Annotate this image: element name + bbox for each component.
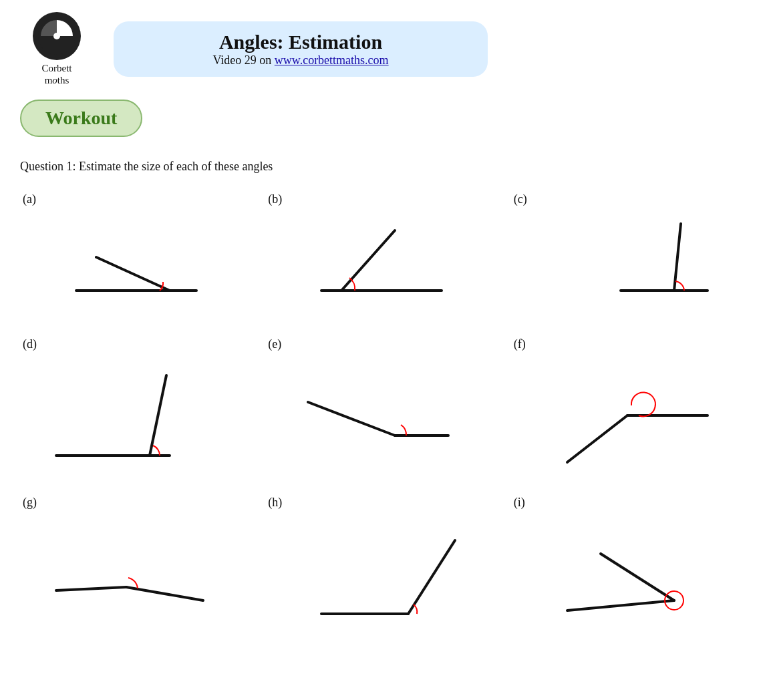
svg-line-13 xyxy=(567,415,627,462)
angle-label-c: (c) xyxy=(514,192,740,206)
page-subtitle: Video 29 on www.corbettmaths.com xyxy=(140,53,461,67)
angle-cell-f: (f) xyxy=(504,331,750,489)
angle-cell-b: (b) xyxy=(259,186,504,331)
angle-cell-d: (d) xyxy=(13,331,259,489)
title-box: Angles: Estimation Video 29 on www.corbe… xyxy=(114,21,488,77)
question-label: Question 1: Estimate the size of each of… xyxy=(20,160,743,174)
page-title: Angles: Estimation xyxy=(140,31,461,53)
svg-line-17 xyxy=(408,540,455,614)
logo-icon xyxy=(33,12,81,60)
workout-badge: Workout xyxy=(0,93,763,148)
angle-cell-i: (i) xyxy=(504,489,750,647)
angle-cell-e: (e) xyxy=(259,331,504,489)
angles-grid: (a) (b) (c) xyxy=(0,186,763,647)
angle-label-f: (f) xyxy=(514,337,740,351)
angle-cell-g: (g) xyxy=(13,489,259,647)
header: Corbettmoths Angles: Estimation Video 29… xyxy=(0,0,763,93)
svg-point-1 xyxy=(53,33,60,39)
svg-line-18 xyxy=(601,554,674,600)
svg-line-10 xyxy=(308,402,395,435)
angle-cell-a: (a) xyxy=(13,186,259,331)
angle-label-i: (i) xyxy=(514,496,740,510)
logo-area: Corbettmoths xyxy=(20,12,94,86)
angle-cell-c: (c) xyxy=(504,186,750,331)
svg-line-3 xyxy=(96,257,170,291)
svg-line-14 xyxy=(126,587,203,600)
angle-label-e: (e) xyxy=(268,337,494,351)
angle-label-d: (d) xyxy=(23,337,249,351)
website-link[interactable]: www.corbettmaths.com xyxy=(275,53,389,67)
svg-line-5 xyxy=(341,230,395,291)
svg-line-7 xyxy=(674,224,681,291)
angle-label-a: (a) xyxy=(23,192,249,206)
svg-line-19 xyxy=(567,600,674,610)
svg-line-15 xyxy=(56,587,126,590)
angle-label-b: (b) xyxy=(268,192,494,206)
angle-cell-h: (h) xyxy=(259,489,504,647)
svg-line-9 xyxy=(150,375,166,456)
angle-label-g: (g) xyxy=(23,496,249,510)
logo-text: Corbettmoths xyxy=(42,62,72,86)
angle-label-h: (h) xyxy=(268,496,494,510)
